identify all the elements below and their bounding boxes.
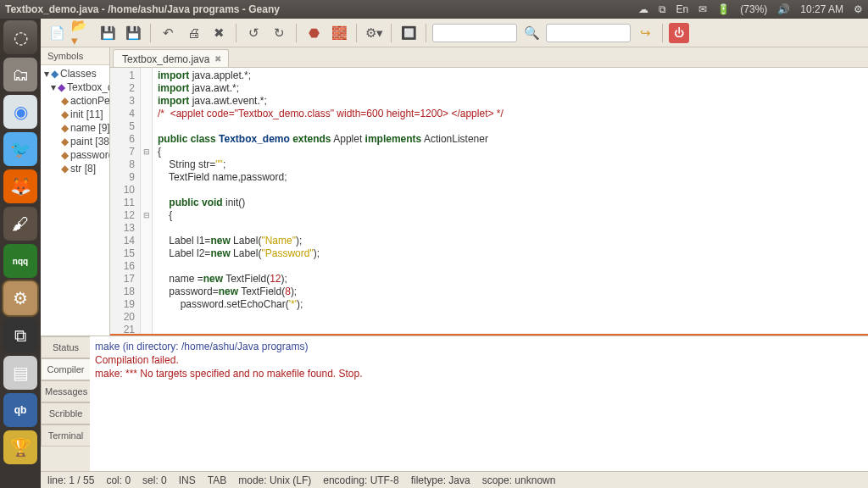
symbol-item[interactable]: ◆actionPer xyxy=(41,94,109,108)
close-icon[interactable]: ✖ xyxy=(214,54,221,64)
wifi-icon[interactable]: ⧉ xyxy=(659,3,666,15)
file-tabs: Textbox_demo.java ✖ xyxy=(110,47,868,68)
new-file-button[interactable]: 📄 xyxy=(46,22,68,44)
cloud-icon[interactable]: ☁ xyxy=(638,3,648,15)
volume-icon[interactable]: 🔊 xyxy=(777,3,790,15)
color-chooser-button[interactable]: 🔲 xyxy=(398,22,420,44)
clock[interactable]: 10:27 AM xyxy=(800,3,843,15)
devices-icon[interactable]: ▤ xyxy=(3,356,37,390)
battery-icon[interactable]: 🔋 xyxy=(717,3,730,15)
compiler-line: make: *** No targets specified and no ma… xyxy=(95,367,863,380)
print-button[interactable]: 🖨 xyxy=(182,22,204,44)
status-filetype[interactable]: filetype: Java xyxy=(411,474,470,486)
status-mode[interactable]: mode: Unix (LF) xyxy=(238,474,311,486)
fold-gutter[interactable]: ⊟⊟ xyxy=(141,68,153,334)
status-enc[interactable]: encoding: UTF-8 xyxy=(323,474,398,486)
msgtab-status[interactable]: Status xyxy=(41,336,90,358)
message-window: StatusCompilerMessagesScribbleTerminal m… xyxy=(41,336,868,471)
goto-button[interactable]: ↪ xyxy=(634,22,656,44)
symbols-tab[interactable]: Symbols xyxy=(41,47,109,65)
msgtab-scribble[interactable]: Scribble xyxy=(41,402,90,424)
msgtab-compiler[interactable]: Compiler xyxy=(41,358,90,380)
file-tab[interactable]: Textbox_demo.java ✖ xyxy=(113,49,229,67)
symbol-item[interactable]: ◆paint [38 xyxy=(41,135,109,148)
save-all-button[interactable]: 💾 xyxy=(122,22,144,44)
undo-button[interactable]: ↺ xyxy=(242,22,264,44)
compile-button[interactable]: ⬣ xyxy=(303,22,325,44)
search-field[interactable] xyxy=(432,24,517,42)
gimp-icon[interactable]: 🖌 xyxy=(3,207,37,241)
revert-button[interactable]: ↶ xyxy=(157,22,179,44)
search-button[interactable]: 🔍 xyxy=(520,22,542,44)
menu-bar: Textbox_demo.java - /home/ashu/Java prog… xyxy=(0,0,868,19)
side-panel: Symbols ▾◆Classes ▾◆Textbox_de ◆actionPe… xyxy=(41,47,110,336)
chromium-icon[interactable]: ◉ xyxy=(3,95,37,129)
quit-button[interactable]: ⏻ xyxy=(669,23,689,43)
symbol-item[interactable]: ◆password xyxy=(41,148,109,162)
msgtab-terminal[interactable]: Terminal xyxy=(41,424,90,446)
terminal-icon[interactable]: ⧉ xyxy=(3,319,37,352)
dash-icon[interactable]: ◌ xyxy=(3,20,37,54)
toolbar: 📄 📂▾ 💾 💾 ↶ 🖨 ✖ ↺ ↻ ⬣ 🧱 ⚙▾ 🔲 🔍 ↪ ⏻ xyxy=(41,19,868,47)
code-editor[interactable]: 1234567891011121314151617181920212223242… xyxy=(110,68,868,336)
symbol-item[interactable]: ◆str [8] xyxy=(41,162,109,175)
firefox-icon[interactable]: 🦊 xyxy=(3,169,37,203)
status-tab[interactable]: TAB xyxy=(208,474,226,486)
symbols-tree[interactable]: ▾◆Classes ▾◆Textbox_de ◆actionPer◆init [… xyxy=(41,65,109,336)
status-bar: line: 1 / 55 col: 0 sel: 0 INS TAB mode:… xyxy=(41,471,868,488)
compiler-line: make (in directory: /home/ashu/Java prog… xyxy=(95,340,863,353)
mail-icon[interactable]: ✉ xyxy=(698,3,707,15)
symbol-item[interactable]: ◆init [11] xyxy=(41,108,109,121)
code-text[interactable]: import java.applet.*;import java.awt.*;i… xyxy=(153,68,868,334)
message-tabs: StatusCompilerMessagesScribbleTerminal xyxy=(41,336,90,471)
indicators: ☁ ⧉ En ✉ 🔋 (73%) 🔊 10:27 AM ⚙ xyxy=(638,3,863,15)
status-scope: scope: unknown xyxy=(482,474,556,486)
close-file-button[interactable]: ✖ xyxy=(208,22,230,44)
open-button[interactable]: 📂▾ xyxy=(71,22,93,44)
unity-launcher: ◌ 🗂 ◉ 🐦 🦊 🖌 nqq ⚙ ⧉ ▤ qb 🏆 xyxy=(0,0,41,488)
build-button[interactable]: 🧱 xyxy=(328,22,350,44)
status-ins[interactable]: INS xyxy=(179,474,196,486)
msgtab-messages[interactable]: Messages xyxy=(41,380,90,402)
line-gutter: 1234567891011121314151617181920212223242… xyxy=(110,68,141,334)
goto-field[interactable] xyxy=(546,24,631,42)
trophy-icon[interactable]: 🏆 xyxy=(3,430,37,464)
files-icon[interactable]: 🗂 xyxy=(3,58,37,92)
symbol-item[interactable]: ◆name [9] xyxy=(41,121,109,135)
run-button[interactable]: ⚙▾ xyxy=(363,22,385,44)
gear-icon[interactable]: ⚙ xyxy=(854,3,863,15)
compiler-output[interactable]: make (in directory: /home/ashu/Java prog… xyxy=(90,336,868,471)
redo-button[interactable]: ↻ xyxy=(268,22,290,44)
status-col: col: 0 xyxy=(106,474,131,486)
window-title: Textbox_demo.java - /home/ashu/Java prog… xyxy=(5,3,638,15)
status-sel: sel: 0 xyxy=(142,474,167,486)
geany-window: 📄 📂▾ 💾 💾 ↶ 🖨 ✖ ↺ ↻ ⬣ 🧱 ⚙▾ 🔲 🔍 ↪ ⏻ Symbol… xyxy=(41,19,868,488)
compiler-line: Compilation failed. xyxy=(95,353,863,367)
notepadqq-icon[interactable]: nqq xyxy=(3,244,37,278)
file-tab-label: Textbox_demo.java xyxy=(122,53,209,65)
qbittorrent-icon[interactable]: qb xyxy=(3,393,37,427)
battery-pct: (73%) xyxy=(740,3,767,15)
keyboard-lang[interactable]: En xyxy=(676,3,689,15)
save-button[interactable]: 💾 xyxy=(97,22,119,44)
editor-area: Textbox_demo.java ✖ 12345678910111213141… xyxy=(110,47,868,336)
twitter-icon[interactable]: 🐦 xyxy=(3,132,37,166)
geany-icon[interactable]: ⚙ xyxy=(3,281,37,315)
status-line: line: 1 / 55 xyxy=(47,474,94,486)
